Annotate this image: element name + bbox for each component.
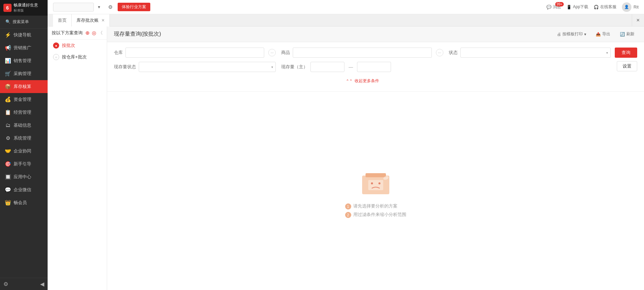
sidebar-item-sales[interactable]: 📊 销售管理 <box>0 54 48 67</box>
empty-illustration <box>359 164 393 198</box>
enterprise-icon: 🤝 <box>5 148 11 154</box>
refresh-button[interactable]: 🔄 刷新 <box>617 30 637 38</box>
user-menu[interactable]: 👤 Rit <box>622 2 639 12</box>
sidebar-search-area[interactable]: 🔍 搜索菜单 <box>0 16 48 29</box>
filter-warehouse-batch-icon: ○ <box>53 54 59 60</box>
tip-num-1: 1 <box>345 203 351 210</box>
filter-settings-icon[interactable]: ◎ <box>92 30 96 36</box>
marketing-icon: 📢 <box>5 45 11 51</box>
inventory-status-select[interactable]: 全部 有库存 无库存 <box>139 62 276 72</box>
sidebar-nav: ⚡ 快捷导航 📢 营销推广 📊 销售管理 🛒 采购管理 📦 库存核算 💰 资金管… <box>0 29 48 278</box>
sidebar-item-finance[interactable]: 💰 资金管理 <box>0 93 48 106</box>
print-template-button[interactable]: 🖨 按模板打印 ▾ <box>554 30 589 38</box>
messages-badge: 99+ <box>555 2 564 6</box>
product-more-icon[interactable]: ··· <box>436 49 443 56</box>
sidebar-item-purchase[interactable]: 🛒 采购管理 <box>0 67 48 80</box>
product-label: 商品 <box>281 50 290 56</box>
status-select[interactable]: 全部 正常 停用 <box>460 48 611 58</box>
warehouse-more-icon[interactable]: ··· <box>268 49 276 56</box>
filter-collapse-icon[interactable]: 《 <box>98 30 103 36</box>
sidebar-item-inventory[interactable]: 📦 库存核算 <box>0 80 48 93</box>
warehouse-input[interactable] <box>125 48 264 58</box>
app-download-icon: 📱 <box>566 5 572 10</box>
filter-add-icon[interactable]: ⊕ <box>85 30 90 36</box>
settings-footer-icon[interactable]: ⚙ <box>3 281 8 287</box>
refresh-icon: 🔄 <box>620 32 625 37</box>
tab-home[interactable]: 首页 <box>53 14 72 26</box>
settings-button[interactable]: 设置 <box>617 61 637 71</box>
sidebar-item-shortcut[interactable]: ⚡ 快捷导航 <box>0 29 48 41</box>
sidebar-item-label: 快捷导航 <box>14 32 31 38</box>
inventory-main-from[interactable] <box>310 62 344 72</box>
experience-btn[interactable]: 体验行业方案 <box>118 3 150 11</box>
online-service-button[interactable]: 🎧 在线客服 <box>594 4 616 10</box>
sidebar-item-label: 企业协同 <box>14 148 31 154</box>
topbar-gear-icon[interactable]: ⚙ <box>105 2 115 12</box>
search-actions: 查询 设置 <box>615 48 637 71</box>
collapse-more-button[interactable]: ⌃⌃ 收起更多条件 <box>114 76 611 86</box>
tip-text-1: 请先选择要分析的方案 <box>353 203 397 209</box>
search-icon: 🔍 <box>5 19 11 24</box>
search-form: 仓库 ··· 商品 ··· 状态 <box>107 42 644 92</box>
sidebar-item-label: 经营管理 <box>14 109 31 115</box>
tab-close-icon[interactable]: ✕ <box>101 18 105 23</box>
messages-button[interactable]: 💬 消息 99+ <box>546 4 561 10</box>
filter-panel-actions: ⊕ ◎ 《 <box>85 30 103 36</box>
sidebar-item-basic[interactable]: 🗂 基础信息 <box>0 119 48 132</box>
sidebar-item-label: 新手引导 <box>14 161 31 167</box>
warehouse-label: 仓库 <box>114 50 123 56</box>
tab-panel-close-icon[interactable]: ✕ <box>632 14 644 26</box>
sidebar-item-label: 企业微信 <box>14 187 31 193</box>
user-avatar-text: 👤 <box>624 5 629 9</box>
print-label: 按模板打印 <box>562 31 583 37</box>
empty-svg <box>359 164 393 198</box>
sidebar-item-member[interactable]: 👑 畅会员 <box>0 196 48 209</box>
sidebar-footer: ⚙ ◀ <box>0 278 48 290</box>
collapse-label: 收起更多条件 <box>355 78 379 84</box>
filter-panel-header: 按以下方案查询 ⊕ ◎ 《 <box>48 26 107 40</box>
tip-num-2: 2 <box>345 212 351 218</box>
sidebar-item-enterprise[interactable]: 🤝 企业协同 <box>0 145 48 158</box>
query-button[interactable]: 查询 <box>615 48 637 58</box>
sales-icon: 📊 <box>5 58 11 64</box>
inventory-main-field: 现存量（主） — <box>281 62 443 72</box>
export-button[interactable]: 📤 导出 <box>593 30 613 38</box>
collapse-sidebar-icon[interactable]: ◀ <box>40 281 44 287</box>
search-form-row1: 仓库 ··· 商品 ··· 状态 <box>114 48 611 58</box>
tab-inventory-batch[interactable]: 库存批次账 ✕ <box>72 14 110 26</box>
empty-state: 1 请先选择要分析的方案 2 用过滤条件来缩小分析范围 <box>107 92 644 290</box>
filter-item-warehouse-batch[interactable]: ○ 按仓库+批次 <box>48 51 107 63</box>
search-menu-label: 搜索菜单 <box>13 19 29 25</box>
topbar-search-input[interactable] <box>53 3 94 12</box>
page-title: 现存量查询(按批次) <box>114 31 161 38</box>
empty-tip-1: 1 请先选择要分析的方案 <box>345 203 406 210</box>
filter-batch-icon: ● <box>53 42 59 49</box>
sidebar-item-apps[interactable]: 🔲 应用中心 <box>0 170 48 183</box>
filter-item-batch[interactable]: ● 按批次 <box>48 40 107 51</box>
sidebar-item-wechat[interactable]: 💬 企业微信 <box>0 183 48 196</box>
topbar-left: ▾ ⚙ 体验行业方案 <box>53 2 542 12</box>
tabbar: 首页 库存批次账 ✕ ✕ <box>48 14 644 26</box>
export-icon: 📤 <box>596 32 601 37</box>
refresh-label: 刷新 <box>626 31 634 37</box>
content-area: 按以下方案查询 ⊕ ◎ 《 ● 按批次 ○ 按仓库+批次 <box>48 26 644 290</box>
inventory-main-to[interactable] <box>357 62 391 72</box>
search-menu-button[interactable]: 🔍 搜索菜单 <box>3 18 44 26</box>
status-field: 状态 全部 正常 停用 ▾ <box>449 48 611 58</box>
filter-warehouse-batch-label: 按仓库+批次 <box>62 54 87 60</box>
product-input[interactable] <box>293 48 431 58</box>
print-dropdown-icon[interactable]: ▾ <box>584 32 586 37</box>
sidebar-item-label: 库存核算 <box>14 84 31 90</box>
sidebar-item-system[interactable]: ⚙ 系统管理 <box>0 132 48 145</box>
svg-rect-1 <box>366 173 386 177</box>
empty-tips: 1 请先选择要分析的方案 2 用过滤条件来缩小分析范围 <box>345 203 406 218</box>
sidebar-item-label: 销售管理 <box>14 58 31 64</box>
svg-point-4 <box>378 182 380 184</box>
sidebar-item-newbie[interactable]: 🎯 新手引导 <box>0 158 48 170</box>
app-download-button[interactable]: 📱 App下载 <box>566 4 588 10</box>
topbar-search-dropdown-icon[interactable]: ▾ <box>95 3 103 11</box>
tip-text-2: 用过滤条件来缩小分析范围 <box>353 212 406 218</box>
sidebar-item-marketing[interactable]: 📢 营销推广 <box>0 41 48 54</box>
sidebar-item-label: 资金管理 <box>14 96 31 103</box>
sidebar-item-operation[interactable]: 📋 经营管理 <box>0 106 48 119</box>
